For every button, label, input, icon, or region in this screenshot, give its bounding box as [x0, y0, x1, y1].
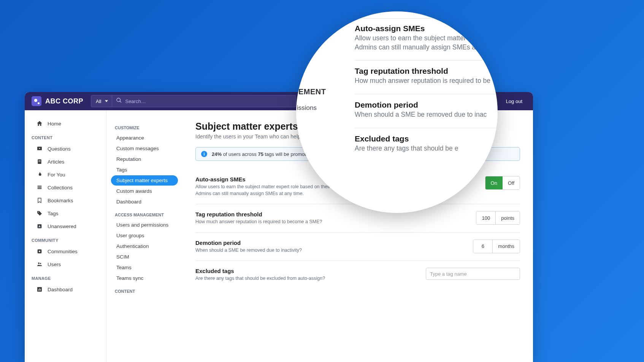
lens-row-0-desc1: Allow users to earn the subject matter: [355, 34, 498, 43]
search-filter-select[interactable]: All: [91, 95, 112, 107]
lens-row-0-title: Auto-assign SMEs: [355, 24, 498, 33]
setting-threshold: Tag reputation threshold How much answer…: [195, 204, 520, 233]
toggle-off[interactable]: Off: [503, 176, 520, 189]
bookmark-icon: [36, 197, 43, 204]
search-input[interactable]: [125, 98, 292, 104]
svg-point-13: [38, 262, 40, 264]
setting-threshold-title: Tag reputation threshold: [195, 211, 408, 218]
auto-assign-toggle[interactable]: On Off: [485, 176, 520, 190]
setting-threshold-desc: How much answer reputation is required t…: [195, 219, 408, 225]
chart-icon: [36, 286, 43, 293]
svg-rect-16: [38, 289, 39, 291]
settings-group-content: CONTENT: [111, 284, 178, 296]
settings-dashboard[interactable]: Dashboard: [111, 197, 178, 207]
stack-icon: [36, 184, 43, 191]
threshold-unit: points: [495, 211, 520, 224]
demotion-unit: months: [492, 240, 520, 253]
nav-bookmarks[interactable]: Bookmarks: [25, 194, 106, 207]
svg-rect-18: [40, 289, 41, 291]
lens-row-1-desc: How much answer reputation is required t…: [355, 76, 498, 86]
lens-row-0-desc2: Admins can still manually assign SMEs a: [355, 43, 498, 52]
settings-users-perms[interactable]: Users and permissions: [111, 220, 178, 230]
svg-rect-5: [38, 186, 42, 186]
nav-section-community: COMMUNITY: [25, 233, 106, 245]
svg-rect-7: [38, 188, 42, 189]
nav-collections[interactable]: Collections: [25, 181, 106, 194]
nav-articles[interactable]: Articles: [25, 155, 106, 168]
svg-rect-4: [38, 161, 40, 162]
demotion-input[interactable]: [473, 240, 492, 253]
settings-custom-messages[interactable]: Custom messages: [111, 143, 178, 154]
settings-auth[interactable]: Authentication: [111, 241, 178, 251]
setting-demotion-desc: When should a SME be removed due to inac…: [195, 247, 408, 254]
nav-dashboard[interactable]: Dashboard: [25, 283, 106, 296]
svg-point-8: [38, 212, 39, 213]
zoom-lens: EMENT issions Auto-assign SMEs Allow use…: [296, 11, 498, 213]
excluded-tag-input[interactable]: [426, 268, 520, 280]
setting-excluded-desc: Are there any tags that should be exclud…: [195, 275, 408, 282]
threshold-input[interactable]: [476, 211, 495, 224]
fire-icon: [36, 171, 43, 178]
settings-appearance[interactable]: Appearance: [111, 133, 178, 143]
svg-point-12: [39, 251, 40, 252]
svg-rect-17: [39, 288, 40, 291]
brand-name: ABC CORP: [45, 97, 83, 105]
setting-demotion: Demotion period When should a SME be rem…: [195, 233, 520, 261]
lens-row-3-desc: Are there any tags that should be e: [355, 144, 498, 153]
setting-excluded-title: Excluded tags: [195, 268, 408, 274]
home-icon: [36, 120, 43, 127]
demotion-input-group: months: [473, 240, 520, 253]
nav-home[interactable]: Home: [25, 117, 106, 130]
setting-excluded: Excluded tags Are there any tags that sh…: [195, 261, 520, 289]
setting-demotion-title: Demotion period: [195, 240, 408, 246]
nav-communities[interactable]: Communities: [25, 245, 106, 258]
communities-icon: [36, 248, 43, 255]
brand: ABC CORP: [32, 96, 83, 106]
threshold-input-group: points: [476, 211, 520, 225]
settings-group-access: ACCESS MANAGEMENT: [111, 207, 178, 219]
settings-teams[interactable]: Teams: [111, 262, 178, 273]
brand-logo-icon: [32, 96, 41, 106]
search-group: All: [91, 95, 296, 107]
settings-user-groups[interactable]: User groups: [111, 230, 178, 241]
svg-point-14: [40, 263, 41, 264]
svg-point-1: [39, 148, 40, 149]
svg-rect-6: [38, 187, 42, 188]
users-icon: [36, 261, 43, 268]
info-icon: i: [201, 151, 207, 157]
nav-for-you[interactable]: For You: [25, 168, 106, 181]
nav-section-content: CONTENT: [25, 130, 106, 142]
nav-section-manage: MANAGE: [25, 271, 106, 283]
settings-nav: CUSTOMIZE Appearance Custom messages Rep…: [106, 110, 182, 362]
lens-row-2-title: Demotion period: [355, 100, 498, 110]
nav-questions[interactable]: Questions: [25, 142, 106, 155]
settings-teams-sync[interactable]: Teams sync: [111, 273, 178, 283]
settings-group-customize: CUSTOMIZE: [111, 120, 178, 132]
search-input-wrap: [112, 97, 296, 105]
settings-reputation[interactable]: Reputation: [111, 154, 178, 164]
lens-row-3-title: Excluded tags: [355, 134, 498, 143]
chat-icon: [36, 145, 43, 152]
lens-row-1-title: Tag reputation threshold: [355, 67, 498, 76]
settings-custom-awards[interactable]: Custom awards: [111, 186, 178, 196]
settings-tags[interactable]: Tags: [111, 165, 178, 175]
nav-unanswered[interactable]: AUnanswered: [25, 220, 106, 233]
search-icon: [116, 97, 122, 105]
nav-users[interactable]: Users: [25, 258, 106, 271]
settings-sme[interactable]: Subject matter experts: [111, 175, 178, 186]
banner-text: 24% of users across 75 tags will be prom…: [212, 151, 318, 157]
letter-icon: A: [36, 223, 43, 230]
primary-nav: Home CONTENT Questions Articles For You …: [25, 110, 106, 362]
tag-icon: [36, 210, 43, 217]
doc-icon: [36, 158, 43, 165]
svg-text:A: A: [38, 225, 41, 228]
lens-row-2-desc: When should a SME be removed due to inac: [355, 110, 498, 119]
logout-link[interactable]: Log out: [506, 98, 522, 104]
toggle-on[interactable]: On: [485, 176, 503, 189]
svg-rect-3: [38, 160, 40, 161]
settings-scim[interactable]: SCIM: [111, 252, 178, 262]
nav-tags[interactable]: Tags: [25, 207, 106, 220]
